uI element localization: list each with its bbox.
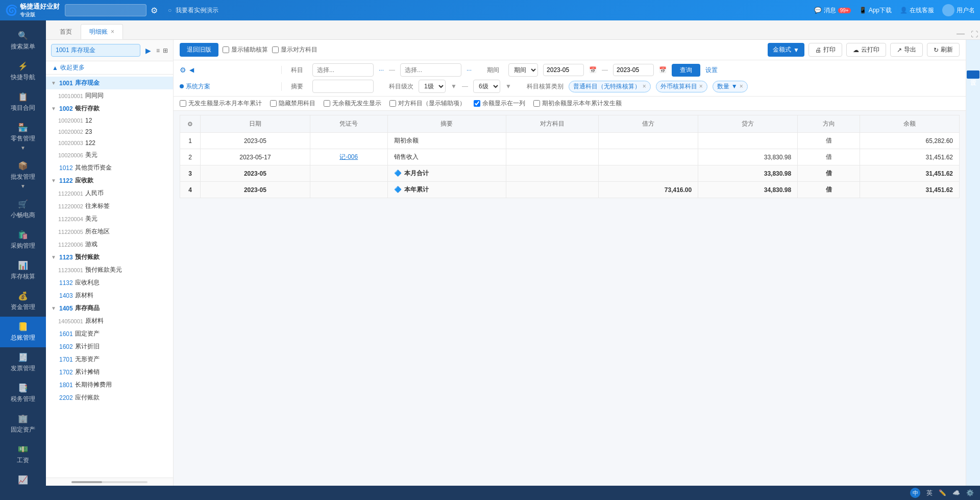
cb-opposite[interactable]: 对方科目（显示辅助项） <box>389 99 465 108</box>
show-aux-input[interactable] <box>223 46 229 53</box>
sidebar-item-project[interactable]: 📋 项目合同 <box>0 87 46 117</box>
tree-item-10020001[interactable]: 10020001 12 <box>46 115 173 126</box>
demo-text[interactable]: 我要看实例演示 <box>176 6 218 15</box>
show-opposite-checkbox[interactable]: 显示对方科目 <box>272 45 317 54</box>
period-end-input[interactable] <box>613 64 654 76</box>
tree-item-1132[interactable]: ▶ 1132 应收利息 <box>46 276 173 289</box>
app-download-btn[interactable]: 📱 App下载 <box>859 6 892 15</box>
settings-icon-btn[interactable]: ⚙️ <box>966 489 974 496</box>
tree-item-10020003[interactable]: 10020003 122 <box>46 137 173 149</box>
tab-detail-close[interactable]: × <box>111 28 114 35</box>
tab-detail[interactable]: 明细账 × <box>81 24 123 39</box>
amount-format-btn[interactable]: 金额式 ▼ <box>768 43 804 57</box>
window-minimize-btn[interactable]: — <box>954 29 967 38</box>
tag-quantity-remove[interactable]: × <box>740 83 743 90</box>
voucher-link-2[interactable]: 记-006 <box>339 153 358 160</box>
tree-item-10020002[interactable]: 10020002 23 <box>46 126 173 137</box>
sidebar-item-search[interactable]: 🔍 搜索菜单 <box>0 26 46 56</box>
collapse-btn[interactable]: ▲ 收起更多 <box>52 63 85 72</box>
tree-item-1123[interactable]: ▼ 1123 预付账款 <box>46 251 173 264</box>
cb-no-balance2[interactable]: 无余额无发生显示 <box>324 99 381 108</box>
tab-home[interactable]: 首页 <box>51 24 81 39</box>
tag-foreign-remove[interactable]: × <box>699 83 703 90</box>
sidebar-item-wholesale[interactable]: 📦 批发管理 ▼ <box>0 156 46 194</box>
tree-item-1403[interactable]: ▶ 1403 原材料 <box>46 289 173 302</box>
tag-quantity-dropdown[interactable]: ▼ <box>731 83 738 90</box>
sidebar-item-purchase[interactable]: 🛍️ 采购管理 <box>0 225 46 255</box>
cb-opposite-input[interactable] <box>389 100 396 107</box>
chinese-lang-btn[interactable]: 中 <box>910 488 920 498</box>
export-btn[interactable]: ↗ 导出 <box>890 43 923 57</box>
query-scheme-icon[interactable]: ⚙ <box>180 66 186 74</box>
more-subject-btn[interactable]: ··· <box>379 66 384 74</box>
tree-item-1602[interactable]: ▶ 1602 累计折旧 <box>46 340 173 353</box>
collapse-arrow[interactable]: ◀ <box>189 66 194 74</box>
tree-item-11220002[interactable]: 11220002 往来标签 <box>46 200 173 212</box>
edit-icon-btn[interactable]: ✏️ <box>939 489 946 496</box>
current-account[interactable]: 1001 库存现金 <box>51 44 140 57</box>
search-bar[interactable] <box>65 4 146 16</box>
cb-hide-disabled[interactable]: 隐藏禁用科目 <box>270 99 315 108</box>
subject-input[interactable] <box>312 63 374 77</box>
period-calendar-icon[interactable]: 📅 <box>589 66 597 74</box>
period-start-input[interactable] <box>543 64 584 76</box>
level-end-select[interactable]: 6级 5级 4级 <box>473 80 500 93</box>
sidebar-item-assets[interactable]: 🏢 固定资产 <box>0 409 46 439</box>
cb-initial-balance-input[interactable] <box>533 100 540 107</box>
sidebar-item-tax[interactable]: 📑 税务管理 <box>0 378 46 409</box>
settings-tab[interactable]: 设置 <box>967 70 979 79</box>
cb-no-balance[interactable]: 无发生额显示本月本年累计 <box>180 99 262 108</box>
tree-item-1801[interactable]: ▶ 1801 长期待摊费用 <box>46 378 173 391</box>
tree-item-1702[interactable]: ▶ 1702 累计摊销 <box>46 366 173 378</box>
summary-input[interactable] <box>312 80 374 93</box>
period-select[interactable]: 期间 <box>508 63 538 77</box>
refresh-btn[interactable]: ↻ 刷新 <box>927 43 960 57</box>
settings-icon[interactable]: ⚙ <box>151 6 158 15</box>
period-end-calendar-icon[interactable]: 📅 <box>659 66 667 74</box>
window-maximize-btn[interactable]: ⛶ <box>969 30 980 38</box>
tree-item-10020006[interactable]: 10020006 美元 <box>46 149 173 161</box>
tree-item-11220001[interactable]: 11220001 人民币 <box>46 187 173 200</box>
system-scheme-btn[interactable]: 系统方案 <box>180 82 275 91</box>
tree-item-11220005[interactable]: 11220005 所在地区 <box>46 225 173 238</box>
more-subject-end-btn[interactable]: ··· <box>467 66 472 74</box>
tree-item-2202[interactable]: ▶ 2202 应付账款 <box>46 391 173 404</box>
online-service-btn[interactable]: 👤 在线客服 <box>900 6 934 15</box>
subject-end-input[interactable] <box>400 63 461 77</box>
sidebar-item-operations[interactable]: 📈 经营管理 <box>0 470 46 486</box>
cb-balance-col[interactable]: 余额显示在一列 <box>474 99 525 108</box>
tree-item-1012[interactable]: ▶ 1012 其他货币资金 <box>46 161 173 174</box>
cb-hide-disabled-input[interactable] <box>270 100 277 107</box>
tree-item-11220004[interactable]: 11220004 美元 <box>46 212 173 225</box>
tree-item-1701[interactable]: ▶ 1701 无形资产 <box>46 353 173 366</box>
cell-voucher-2[interactable]: 记-006 <box>310 149 387 165</box>
cloud-icon-btn[interactable]: ☁️ <box>952 489 960 496</box>
sidebar-item-ecommerce[interactable]: 🛒 小畅电商 <box>0 194 46 225</box>
settings-link[interactable]: 设置 <box>705 66 718 75</box>
tree-item-11230001[interactable]: 11230001 预付账款美元 <box>46 264 173 276</box>
user-info[interactable]: 用户名 <box>942 4 975 16</box>
english-lang-btn[interactable]: 英 <box>926 489 933 497</box>
tree-item-1122[interactable]: ▼ 1122 应收款 <box>46 174 173 187</box>
sidebar-item-quicknav[interactable]: ⚡ 快捷导航 <box>0 56 46 87</box>
print-btn[interactable]: 🖨 打印 <box>808 43 842 57</box>
tag-normal-remove[interactable]: × <box>643 83 646 90</box>
sidebar-item-inventory[interactable]: 📊 库存核算 <box>0 255 46 286</box>
settings-tab-label[interactable]: 设置 <box>967 70 979 79</box>
show-aux-checkbox[interactable]: 显示辅助核算 <box>223 45 268 54</box>
tree-item-11220006[interactable]: 11220006 游戏 <box>46 238 173 251</box>
cb-no-balance2-input[interactable] <box>324 100 330 107</box>
show-opposite-input[interactable] <box>272 46 279 53</box>
sidebar-item-retail[interactable]: 🏪 零售管理 ▼ <box>0 117 46 156</box>
tree-view-icon[interactable]: ⊞ <box>163 47 168 54</box>
sidebar-item-capital[interactable]: 💰 资金管理 <box>0 286 46 317</box>
tree-item-1002[interactable]: ▼ 1002 银行存款 <box>46 102 173 115</box>
message-btn[interactable]: 💬 消息 99+ <box>814 6 851 15</box>
tree-item-14050001[interactable]: 14050001 原材料 <box>46 315 173 327</box>
query-btn[interactable]: 查询 <box>672 64 700 77</box>
cb-no-balance-input[interactable] <box>180 100 186 107</box>
nav-next-arrow[interactable]: ▶ <box>143 46 153 55</box>
table-settings-icon[interactable]: ⚙ <box>187 121 193 128</box>
tree-item-1601[interactable]: ▶ 1601 固定资产 <box>46 327 173 340</box>
tree-item-10010001[interactable]: 10010001 同同同 <box>46 89 173 102</box>
